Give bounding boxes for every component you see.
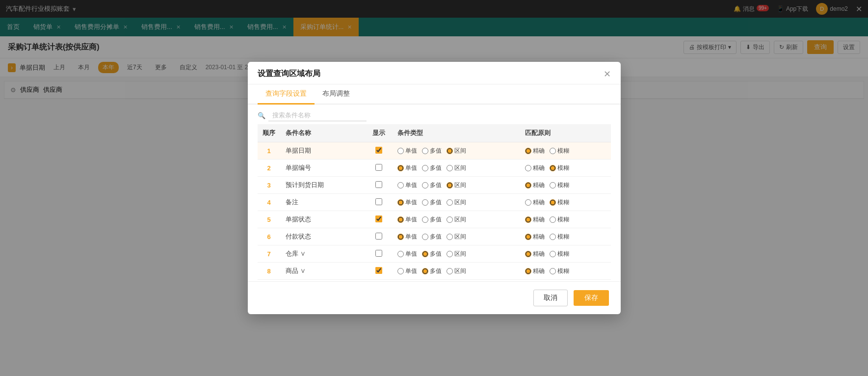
- row-display-cell[interactable]: [365, 211, 393, 228]
- modal-tabs: 查询字段设置 布局调整: [248, 84, 621, 105]
- table-row: 1单据日期单值多值区间精确模糊: [258, 142, 611, 160]
- row-order: 8: [258, 263, 281, 280]
- row-display-cell[interactable]: [365, 263, 393, 280]
- row-display-cell[interactable]: [365, 245, 393, 263]
- match-radio-item[interactable]: 精确: [525, 215, 545, 224]
- type-radio-item[interactable]: 单值: [397, 181, 417, 189]
- row-display-cell[interactable]: [365, 142, 393, 160]
- row-match-cell: 精确模糊: [520, 211, 611, 228]
- display-checkbox[interactable]: [375, 215, 382, 222]
- table-row: 4备注单值多值区间精确模糊: [258, 194, 611, 211]
- match-radio-item[interactable]: 模糊: [550, 181, 569, 189]
- search-input[interactable]: [268, 109, 367, 121]
- row-type-cell: 单值多值区间: [393, 245, 520, 263]
- type-radio-item[interactable]: 单值: [397, 164, 417, 172]
- type-radio-item[interactable]: 多值: [422, 267, 442, 275]
- display-checkbox[interactable]: [375, 267, 382, 274]
- type-radio-item[interactable]: 区间: [447, 233, 466, 241]
- cancel-button[interactable]: 取消: [533, 290, 568, 306]
- type-radio-item[interactable]: 区间: [447, 250, 466, 258]
- row-match-cell: 精确模糊: [520, 228, 611, 245]
- match-radio-item[interactable]: 精确: [525, 198, 545, 207]
- match-radio-item[interactable]: 精确: [525, 164, 545, 172]
- type-radio-item[interactable]: 区间: [447, 198, 466, 207]
- modal-tab-fields[interactable]: 查询字段设置: [258, 84, 315, 105]
- row-order: 3: [258, 177, 281, 194]
- display-checkbox[interactable]: [375, 250, 382, 257]
- type-radio-item[interactable]: 区间: [447, 147, 466, 155]
- display-checkbox[interactable]: [375, 233, 382, 240]
- row-type-cell: 单值多值区间: [393, 160, 520, 177]
- row-type-cell: 单值多值区间: [393, 142, 520, 160]
- match-radio-item[interactable]: 模糊: [550, 147, 569, 155]
- row-match-cell: 精确模糊: [520, 142, 611, 160]
- type-radio-item[interactable]: 单值: [397, 215, 417, 224]
- match-radio-item[interactable]: 精确: [525, 147, 545, 155]
- type-radio-item[interactable]: 多值: [422, 250, 442, 258]
- col-name: 条件名称: [281, 124, 365, 142]
- match-radio-item[interactable]: 模糊: [550, 198, 569, 207]
- row-type-cell: 单值多值区间: [393, 177, 520, 194]
- match-radio-item[interactable]: 精确: [525, 267, 545, 275]
- row-type-cell: 单值多值区间: [393, 194, 520, 211]
- type-radio-item[interactable]: 多值: [422, 233, 442, 241]
- row-order: 5: [258, 211, 281, 228]
- type-radio-item[interactable]: 单值: [397, 250, 417, 258]
- type-radio-item[interactable]: 多值: [422, 215, 442, 224]
- table-row: 8商品 ∨单值多值区间精确模糊: [258, 263, 611, 280]
- display-checkbox[interactable]: [375, 147, 382, 154]
- row-order: 6: [258, 228, 281, 245]
- display-checkbox[interactable]: [375, 198, 382, 205]
- col-display: 显示: [365, 124, 393, 142]
- modal-overlay[interactable]: 设置查询区域布局 ✕ 查询字段设置 布局调整 🔍 顺序 条件名称: [0, 0, 868, 376]
- type-radio-item[interactable]: 多值: [422, 181, 442, 189]
- match-radio-item[interactable]: 模糊: [550, 250, 569, 258]
- match-radio-item[interactable]: 模糊: [550, 164, 569, 172]
- row-display-cell[interactable]: [365, 177, 393, 194]
- col-type: 条件类型: [393, 124, 520, 142]
- row-type-cell: 单值多值区间: [393, 211, 520, 228]
- modal-dialog: 设置查询区域布局 ✕ 查询字段设置 布局调整 🔍 顺序 条件名称: [248, 62, 621, 314]
- modal-tab-layout[interactable]: 布局调整: [315, 84, 358, 105]
- row-name: 单据编号: [281, 160, 365, 177]
- modal-title: 设置查询区域布局: [258, 69, 320, 79]
- row-match-cell: 精确模糊: [520, 160, 611, 177]
- match-radio-item[interactable]: 精确: [525, 233, 545, 241]
- row-name: 付款状态: [281, 228, 365, 245]
- type-radio-item[interactable]: 单值: [397, 198, 417, 207]
- match-radio-item[interactable]: 精确: [525, 250, 545, 258]
- row-match-cell: 精确模糊: [520, 245, 611, 263]
- table-header: 顺序 条件名称 显示 条件类型 匹配原则: [258, 124, 611, 142]
- type-radio-item[interactable]: 多值: [422, 164, 442, 172]
- match-radio-item[interactable]: 模糊: [550, 233, 569, 241]
- row-order: 7: [258, 245, 281, 263]
- display-checkbox[interactable]: [375, 164, 382, 171]
- type-radio-item[interactable]: 单值: [397, 147, 417, 155]
- table-row: 7仓库 ∨单值多值区间精确模糊: [258, 245, 611, 263]
- match-radio-item[interactable]: 精确: [525, 181, 545, 189]
- row-display-cell[interactable]: [365, 194, 393, 211]
- row-display-cell[interactable]: [365, 160, 393, 177]
- modal-table: 顺序 条件名称 显示 条件类型 匹配原则 1单据日期单值多值区间精确模糊2单据编…: [248, 124, 621, 281]
- row-match-cell: 精确模糊: [520, 177, 611, 194]
- row-name: 仓库 ∨: [281, 245, 365, 263]
- row-display-cell[interactable]: [365, 228, 393, 245]
- match-radio-item[interactable]: 模糊: [550, 267, 569, 275]
- row-order: 4: [258, 194, 281, 211]
- type-radio-item[interactable]: 区间: [447, 164, 466, 172]
- type-radio-item[interactable]: 多值: [422, 147, 442, 155]
- display-checkbox[interactable]: [375, 181, 382, 188]
- save-button[interactable]: 保存: [574, 290, 609, 306]
- type-radio-item[interactable]: 区间: [447, 181, 466, 189]
- type-radio-item[interactable]: 区间: [447, 215, 466, 224]
- match-radio-item[interactable]: 模糊: [550, 215, 569, 224]
- modal-close-btn[interactable]: ✕: [604, 70, 611, 79]
- type-radio-item[interactable]: 单值: [397, 233, 417, 241]
- row-name: 商品 ∨: [281, 263, 365, 280]
- table-row: 2单据编号单值多值区间精确模糊: [258, 160, 611, 177]
- type-radio-item[interactable]: 区间: [447, 267, 466, 275]
- row-name: 单据日期: [281, 142, 365, 160]
- type-radio-item[interactable]: 多值: [422, 198, 442, 207]
- type-radio-item[interactable]: 单值: [397, 267, 417, 275]
- row-type-cell: 单值多值区间: [393, 263, 520, 280]
